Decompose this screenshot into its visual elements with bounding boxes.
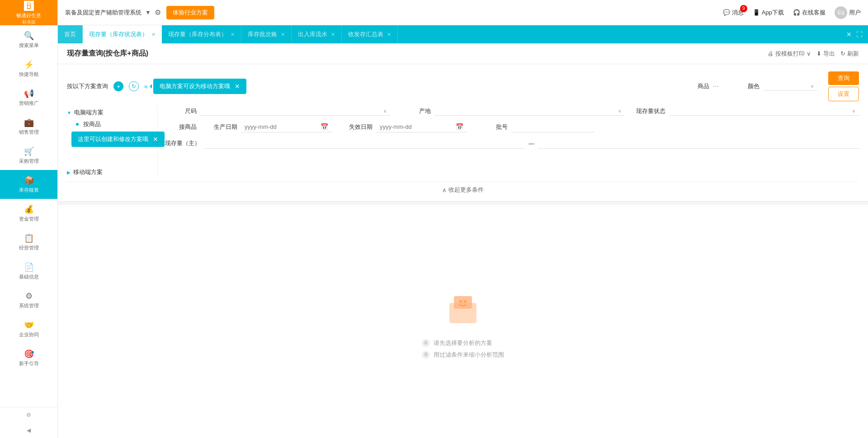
tab-close-icon[interactable]: ✕ <box>231 32 235 38</box>
marketing-icon: 📢 <box>24 89 34 99</box>
sidebar-settings[interactable]: ⚙ <box>0 407 57 423</box>
product-dots[interactable]: ··· <box>713 82 719 90</box>
stock-main-min-input[interactable] <box>204 138 525 149</box>
tab-home[interactable]: 首页 <box>58 25 83 43</box>
calendar-icon[interactable]: 📅 <box>456 123 463 130</box>
filter-size: 尺码 ∨ <box>165 107 390 116</box>
filter-body: ▼ 电脑端方案 按商品 这里可以创建和修改方案哦 ✕ <box>67 107 859 178</box>
expire-date-input[interactable] <box>380 123 456 130</box>
empty-hint-2: ② 用过滤条件来缩小分析范围 <box>422 351 504 359</box>
gear-icon[interactable]: ⚙ <box>155 8 161 17</box>
calendar-icon[interactable]: 📅 <box>321 123 328 130</box>
color-label: 颜色 <box>728 82 760 90</box>
sidebar-item-search[interactable]: 🔍 搜索菜单 <box>0 25 57 54</box>
scheme-node-pc[interactable]: ▼ 电脑端方案 <box>67 107 157 118</box>
tooltip-create-scheme: 这里可以创建和修改方案哦 ✕ <box>71 132 165 147</box>
tab-flow-label: 出入库流水 <box>298 30 327 38</box>
collapse-label: 收起更多条件 <box>448 186 484 194</box>
sidebar-item-sales[interactable]: 💼 销售管理 <box>0 112 57 141</box>
message-icon: 💬 <box>723 9 730 16</box>
stock-status-select[interactable]: ∨ <box>669 107 859 116</box>
tab-batch[interactable]: 库存批次账 ✕ <box>241 25 292 43</box>
filter-label: 按以下方案查询 <box>67 82 108 90</box>
user-button[interactable]: Ea 用户 <box>835 6 861 19</box>
tab-close-icon[interactable]: ✕ <box>331 32 335 38</box>
print-icon: 🖨 <box>768 50 774 57</box>
tooltip2-close-button[interactable]: ✕ <box>153 136 158 143</box>
sidebar-item-guide[interactable]: 🎯 新手引导 <box>0 344 57 372</box>
svg-rect-1 <box>454 296 472 309</box>
batch-input[interactable] <box>511 122 594 132</box>
tab-summary[interactable]: 收发存汇总表 ✕ <box>342 25 398 43</box>
close-all-icon[interactable]: ✕ <box>846 31 852 38</box>
sidebar-item-inventory[interactable]: 📦 库存核算 <box>0 170 57 199</box>
expire-date-input-wrap[interactable]: 📅 <box>376 121 467 132</box>
tab-stock-status[interactable]: 现存量（库存状况表） ✕ <box>83 25 162 43</box>
print-button[interactable]: 🖨 按模板打印 ∨ <box>768 50 811 58</box>
refresh-icon: ↻ <box>840 50 845 57</box>
collapse-button[interactable]: ∧ 收起更多条件 <box>442 186 484 194</box>
filter-expire-date: 失效日期 📅 <box>341 121 467 132</box>
tab-close-icon[interactable]: ✕ <box>281 32 285 38</box>
tab-flow[interactable]: 出入库流水 ✕ <box>292 25 342 43</box>
system-dropdown[interactable]: ▼ <box>145 9 151 16</box>
origin-select[interactable]: ∨ <box>434 107 624 116</box>
app-label: App下载 <box>762 9 784 17</box>
inventory-icon: 📦 <box>24 175 34 185</box>
color-select[interactable]: ∨ <box>763 82 817 91</box>
refresh-label: 刷新 <box>847 50 859 58</box>
sidebar-item-nav[interactable]: ⚡ 快捷导航 <box>0 54 57 83</box>
filter-produce-date: 生产日期 📅 <box>206 121 332 132</box>
solution-button[interactable]: 体验行业方案 <box>166 6 214 19</box>
back-scheme-button[interactable]: « <box>144 83 148 90</box>
app-download-button[interactable]: 📱 App下载 <box>753 9 784 17</box>
sidebar-item-system[interactable]: ⚙ 系统管理 <box>0 286 57 315</box>
filter-color: 颜色 ∨ <box>728 82 817 91</box>
tooltip2-text: 这里可以创建和修改方案哦 <box>78 135 148 143</box>
produce-date-input-wrap[interactable]: 📅 <box>241 121 332 132</box>
online-service-button[interactable]: 🎧 在线客服 <box>793 9 826 17</box>
scheme-subitem[interactable]: 按商品 <box>76 118 157 130</box>
stock-main-max-input[interactable] <box>538 138 859 149</box>
sidebar-item-purchase[interactable]: 🛒 采购管理 <box>0 141 57 170</box>
collapse-icon: ◀ <box>27 427 31 433</box>
search-button[interactable]: 查询 <box>828 71 859 85</box>
scheme-node-mobile[interactable]: ▶ 移动端方案 <box>67 166 157 178</box>
filter-row3: 接商品 生产日期 📅 失效日期 <box>165 121 859 132</box>
tab-close-icon[interactable]: ✕ <box>387 32 391 38</box>
sidebar-collapse[interactable]: ◀ <box>0 423 57 438</box>
size-label: 尺码 <box>165 107 197 115</box>
origin-label: 产地 <box>399 107 431 115</box>
message-button[interactable]: 💬 消息 9 <box>723 9 744 17</box>
main-area: 装备及固定资产辅助管理系统 ▼ ⚙ 体验行业方案 💬 消息 9 📱 App下载 … <box>58 0 868 438</box>
tab-stock-dist[interactable]: 现存量（库存分布表） ✕ <box>162 25 241 43</box>
export-icon: ⬇ <box>816 50 821 57</box>
sidebar-item-marketing[interactable]: 📢 营销推广 <box>0 83 57 112</box>
sidebar-item-finance[interactable]: 💰 资金管理 <box>0 199 57 228</box>
tab-batch-label: 库存批次账 <box>248 30 277 38</box>
filter-row1: 按以下方案查询 + ↻ « 电脑方案可设为移动方案哦 ✕ 商品 ··· 颜色 <box>67 71 859 101</box>
refresh-scheme-button[interactable]: ↻ <box>129 81 139 91</box>
message-badge: 9 <box>740 5 747 12</box>
sidebar-item-basic[interactable]: 📄 基础信息 <box>0 257 57 286</box>
produce-date-input[interactable] <box>245 123 321 130</box>
tab-close-icon[interactable]: ✕ <box>151 32 156 38</box>
reset-button[interactable]: 设置 <box>828 87 859 101</box>
size-select[interactable]: ∨ <box>200 107 390 116</box>
refresh-button[interactable]: ↻ 刷新 <box>840 50 859 58</box>
tooltip1-close-button[interactable]: ✕ <box>235 83 240 90</box>
filter-origin: 产地 ∨ <box>399 107 624 116</box>
sidebar-item-label: 营销推广 <box>19 100 39 107</box>
sidebar-item-label: 基础信息 <box>19 273 39 280</box>
filter-area: 按以下方案查询 + ↻ « 电脑方案可设为移动方案哦 ✕ 商品 ··· 颜色 <box>58 64 868 202</box>
sidebar-item-collab[interactable]: 🤝 企业协同 <box>0 315 57 344</box>
expand-icon[interactable]: ⛶ <box>856 31 863 38</box>
stock-main-label: 现存量（主） <box>165 139 200 147</box>
avatar: Ea <box>835 6 847 19</box>
filter-batch: 批号 <box>476 122 594 132</box>
add-scheme-button[interactable]: + <box>113 81 123 91</box>
sidebar-item-label: 新手引导 <box>19 360 39 367</box>
sidebar-item-operations[interactable]: 📋 经营管理 <box>0 228 57 257</box>
export-button[interactable]: ⬇ 导出 <box>816 50 835 58</box>
filter-fields-area: 尺码 ∨ 产地 ∨ <box>157 107 859 178</box>
